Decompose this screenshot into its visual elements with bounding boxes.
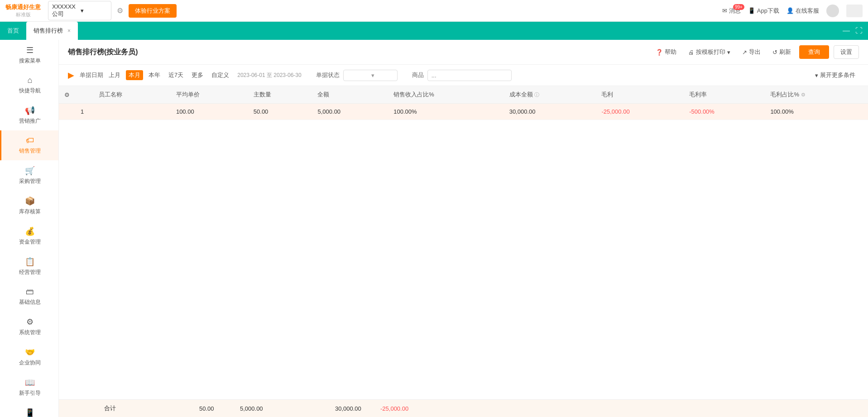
app-label: App下载: [757, 7, 779, 15]
sidebar-item-guide-label: 新手引导: [19, 389, 41, 397]
filter-expand-area: ▾ 展开更多条件: [811, 69, 859, 81]
refresh-icon: ↺: [772, 49, 777, 56]
table-container: ⚙ 员工名称 平均单价 主数量 全额 销售收入占比% 成本全额 ⓘ 毛利 毛利率…: [59, 86, 868, 399]
date-btn-7days[interactable]: 近7天: [166, 70, 186, 80]
col-settings[interactable]: ⚙: [59, 86, 75, 104]
col-avg-price: 平均单价: [171, 86, 248, 104]
nav-tabs: 首页 销售排行榜 × — ⛶: [0, 22, 868, 40]
cell-avg-price: 100.00: [171, 104, 248, 120]
sidebar-item-enterprise[interactable]: 🤝 企业协同: [0, 342, 58, 372]
top-bar: 畅康通好生意 标准版 XXXXXX公司 ▾ ⚙ 体验行业方案 ✉ 消息 99+ …: [0, 0, 868, 22]
sidebar-item-app-center[interactable]: 📱 应用中心: [0, 403, 58, 417]
table-wrapper: ⚙ 员工名称 平均单价 主数量 全额 销售收入占比% 成本全额 ⓘ 毛利 毛利率…: [59, 86, 868, 417]
app-logo: 畅康通好生意 标准版: [5, 3, 41, 18]
sidebar-item-enterprise-label: 企业协同: [19, 359, 41, 367]
operation-icon: 📋: [25, 257, 35, 267]
expand-more-button[interactable]: ▾ 展开更多条件: [811, 69, 859, 81]
sidebar-item-marketing[interactable]: 📢 营销推广: [0, 100, 58, 130]
footer-amount: 5,000.00: [235, 405, 280, 412]
goods-filter-label: 商品: [412, 71, 424, 79]
col-employee-name: 员工名称: [93, 86, 171, 104]
sidebar-item-system[interactable]: ⚙ 系统管理: [0, 312, 58, 342]
help-label: 帮助: [665, 48, 676, 56]
refresh-button[interactable]: ↺ 刷新: [769, 46, 795, 58]
sidebar-item-inventory-label: 库存核算: [19, 208, 41, 216]
help-button[interactable]: ❓ 帮助: [652, 46, 680, 58]
date-btn-this-year[interactable]: 本年: [146, 70, 163, 80]
goods-filter-group: 商品: [412, 70, 512, 81]
table-row[interactable]: 1 100.00 50.00 5,000.00 100.00% 30,000.0…: [59, 104, 868, 120]
tab-sales-ranking[interactable]: 销售排行榜 ×: [26, 22, 78, 40]
company-name: XXXXXX公司: [52, 3, 79, 18]
sidebar-item-sales[interactable]: 🏷 销售管理: [0, 130, 58, 160]
sidebar-item-operation[interactable]: 📋 经营管理: [0, 251, 58, 282]
tab-home[interactable]: 首页: [0, 22, 26, 40]
settings-icon[interactable]: ⚙: [115, 5, 125, 17]
date-btn-last-month[interactable]: 上月: [106, 70, 123, 80]
filter-expand-arrow[interactable]: ▶: [68, 70, 74, 80]
app-download-button[interactable]: 📱 App下载: [748, 7, 779, 15]
expand-button[interactable]: ⛶: [854, 25, 864, 37]
service-icon: 👤: [786, 7, 794, 14]
cell-gross-rate: -500.00%: [684, 104, 765, 120]
page-header: 销售排行榜(按业务员) ❓ 帮助 🖨 按模板打印 ▾ ↗ 导出 ↺ 刷新: [59, 40, 868, 65]
company-selector[interactable]: XXXXXX公司 ▾: [48, 1, 111, 20]
date-btn-more[interactable]: 更多: [189, 70, 206, 80]
sidebar-item-inventory[interactable]: 📦 库存核算: [0, 191, 58, 221]
col-gross-rate: 毛利率: [684, 86, 765, 104]
date-filter-label: 单据日期: [80, 71, 103, 79]
nav-right-buttons: — ⛶: [841, 25, 868, 37]
service-label: 在线客服: [796, 7, 819, 15]
sidebar-item-search[interactable]: ☰ 搜索菜单: [0, 40, 58, 70]
minimize-button[interactable]: —: [841, 25, 852, 37]
col-amount: 全额: [312, 86, 388, 104]
message-badge: 99+: [733, 4, 744, 10]
sidebar-item-quick-nav[interactable]: ⌂ 快捷导航: [0, 70, 58, 100]
sidebar-item-purchase-label: 采购管理: [19, 177, 41, 185]
chevron-down-icon: ▾: [815, 72, 818, 79]
date-btn-this-month[interactable]: 本月: [126, 70, 143, 80]
sidebar-item-marketing-label: 营销推广: [19, 117, 41, 125]
avatar[interactable]: [826, 5, 839, 17]
message-button[interactable]: ✉ 消息 99+: [722, 7, 741, 15]
tab-sales-ranking-label: 销售排行榜: [34, 27, 63, 35]
enterprise-icon: 🤝: [25, 347, 35, 357]
sidebar-item-sales-label: 销售管理: [19, 147, 41, 155]
message-icon: ✉: [722, 7, 727, 14]
sidebar-item-purchase[interactable]: 🛒 采购管理: [0, 160, 58, 191]
cell-quantity: 50.00: [248, 104, 312, 120]
trial-button[interactable]: 体验行业方案: [129, 4, 177, 18]
date-range-display: 2023-06-01 至 2023-06-30: [237, 72, 301, 79]
page-title: 销售排行榜(按业务员): [68, 48, 652, 57]
footer-gross: -25,000.00: [375, 405, 420, 412]
cell-sales-ratio: 100.00%: [388, 104, 504, 120]
export-button[interactable]: ↗ 导出: [739, 46, 764, 58]
close-tab-icon[interactable]: ×: [67, 28, 71, 34]
col-settings-icon: ⚙: [64, 91, 70, 98]
sidebar-item-finance[interactable]: 💰 资金管理: [0, 221, 58, 251]
online-service-button[interactable]: 👤 在线客服: [786, 7, 819, 15]
sidebar-item-guide[interactable]: 📖 新手引导: [0, 372, 58, 403]
status-filter-group: 单据状态 ▾: [316, 70, 398, 81]
print-chevron-icon: ▾: [727, 49, 730, 56]
table-footer: 合计 50.00 5,000.00 30,000.00 -25,000.00: [59, 399, 868, 417]
col-cost: 成本全额 ⓘ: [504, 86, 596, 104]
sidebar-item-system-label: 系统管理: [19, 329, 41, 336]
sidebar-item-basic[interactable]: 🗃 基础信息: [0, 282, 58, 312]
goods-input[interactable]: [427, 70, 512, 81]
status-selector[interactable]: ▾: [343, 70, 398, 81]
app-center-icon: 📱: [25, 408, 35, 417]
cell-gross: -25,000.00: [596, 104, 684, 120]
col-gross-ratio: 毛利占比% ⚙: [765, 86, 868, 104]
status-filter-label: 单据状态: [316, 71, 340, 79]
query-button[interactable]: 查询: [799, 45, 829, 59]
basic-icon: 🗃: [26, 287, 34, 297]
date-btn-custom[interactable]: 自定义: [209, 70, 232, 80]
footer-cost: 30,000.00: [330, 405, 375, 412]
cell-rank: 1: [75, 104, 93, 120]
cell-settings: [59, 104, 75, 120]
status-chevron-icon: ▾: [371, 72, 393, 79]
table-settings-button[interactable]: 设置: [834, 45, 859, 59]
help-icon: ❓: [656, 49, 663, 56]
print-button[interactable]: 🖨 按模板打印 ▾: [685, 46, 734, 58]
